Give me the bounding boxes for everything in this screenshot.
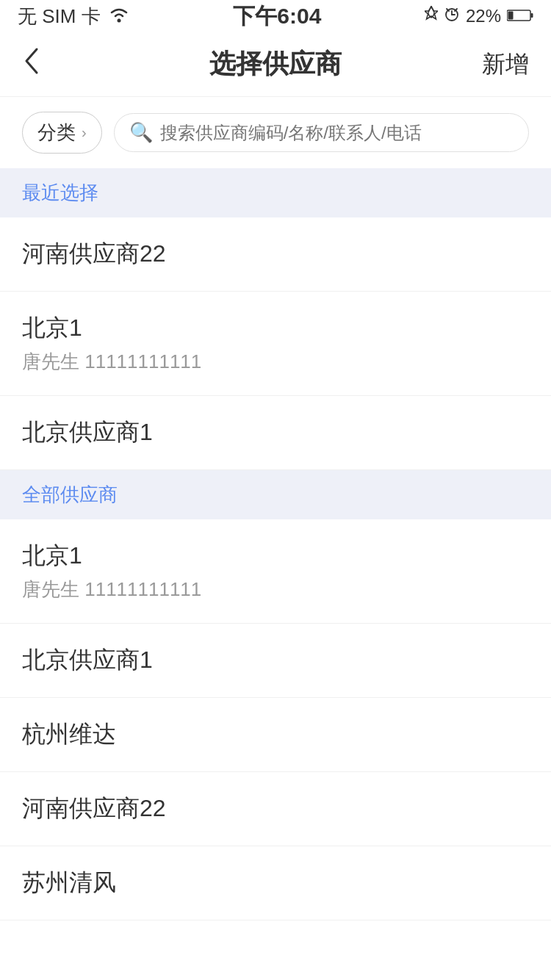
status-left: 无 SIM 卡 bbox=[18, 4, 130, 29]
svg-rect-5 bbox=[530, 13, 533, 18]
status-right: 22% bbox=[425, 6, 533, 26]
item-name: 河南供应商22 bbox=[22, 238, 529, 270]
item-sub: 唐先生 11111111111 bbox=[22, 577, 529, 602]
list-item[interactable]: 北京1唐先生 11111111111 bbox=[0, 292, 551, 396]
item-name: 河南供应商22 bbox=[22, 793, 529, 825]
list-item[interactable]: 北京供应商1 bbox=[0, 396, 551, 470]
location-icon bbox=[425, 6, 438, 26]
battery-icon bbox=[507, 6, 533, 26]
category-label: 分类 bbox=[37, 120, 76, 145]
search-box: 🔍 bbox=[114, 113, 529, 152]
battery-text: 22% bbox=[466, 6, 501, 26]
list-item[interactable]: 北京供应商1 bbox=[0, 624, 551, 698]
status-bar: 无 SIM 卡 下午6:04 bbox=[0, 0, 551, 32]
nav-bar: 选择供应商 新增 bbox=[0, 32, 551, 97]
list-item[interactable]: 北京1唐先生 11111111111 bbox=[0, 519, 551, 624]
item-name: 北京1 bbox=[22, 312, 529, 345]
search-input[interactable] bbox=[160, 123, 514, 143]
filter-bar: 分类 › 🔍 bbox=[0, 97, 551, 168]
supplier-list: 最近选择河南供应商22北京1唐先生 11111111111北京供应商1全部供应商… bbox=[0, 168, 551, 920]
section-header-recent: 最近选择 bbox=[0, 168, 551, 217]
svg-point-0 bbox=[117, 18, 120, 22]
chevron-right-icon: › bbox=[82, 124, 87, 141]
alarm-icon bbox=[444, 6, 460, 26]
back-button[interactable] bbox=[22, 46, 81, 82]
svg-rect-6 bbox=[508, 12, 513, 20]
search-icon: 🔍 bbox=[129, 121, 153, 144]
category-button[interactable]: 分类 › bbox=[22, 112, 102, 154]
item-sub: 唐先生 11111111111 bbox=[22, 349, 529, 375]
list-item[interactable]: 河南供应商22 bbox=[0, 772, 551, 846]
item-name: 北京供应商1 bbox=[22, 417, 529, 449]
list-item[interactable]: 苏州清风 bbox=[0, 846, 551, 920]
page-title: 选择供应商 bbox=[209, 46, 342, 82]
add-button[interactable]: 新增 bbox=[470, 48, 529, 81]
section-header-all: 全部供应商 bbox=[0, 470, 551, 519]
list-item[interactable]: 河南供应商22 bbox=[0, 217, 551, 292]
item-name: 苏州清风 bbox=[22, 867, 529, 899]
no-sim-text: 无 SIM 卡 bbox=[18, 4, 101, 29]
item-name: 北京供应商1 bbox=[22, 644, 529, 677]
item-name: 杭州维达 bbox=[22, 718, 529, 751]
wifi-icon bbox=[108, 5, 130, 28]
item-name: 北京1 bbox=[22, 540, 529, 572]
status-time: 下午6:04 bbox=[233, 1, 321, 32]
list-item[interactable]: 杭州维达 bbox=[0, 698, 551, 772]
